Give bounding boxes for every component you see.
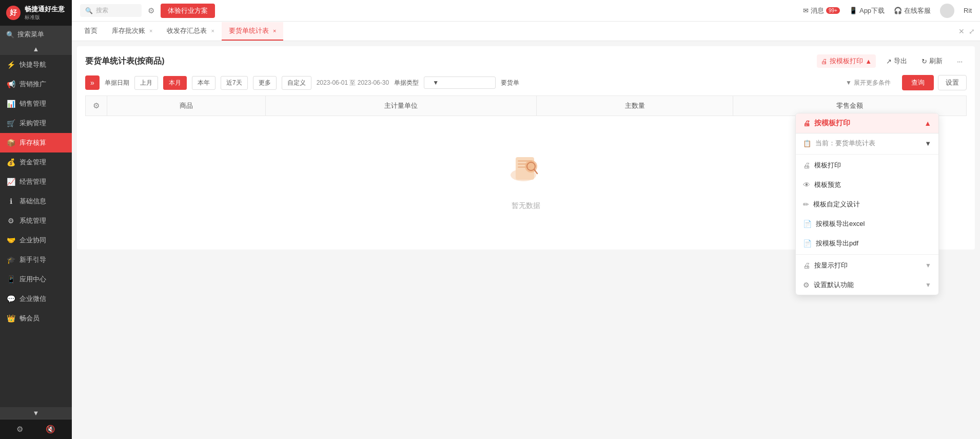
menu-template-print-label: 模板打印 <box>814 161 841 170</box>
menu-item-export-pdf[interactable]: 📄 按模板导出pdf <box>796 234 938 253</box>
sidebar-item-inventory[interactable]: 📦库存核算 <box>0 133 72 152</box>
more-button[interactable]: ··· <box>953 55 967 67</box>
table-gear-icon[interactable]: ⚙ <box>93 101 100 110</box>
sidebar-scroll-up[interactable]: ▲ <box>0 43 72 55</box>
sidebar-item-finance[interactable]: 💰资金管理 <box>0 152 72 172</box>
appstore-icon: 📱 <box>6 275 15 284</box>
tab-receipt-summary-label: 收发存汇总表 <box>167 26 207 35</box>
tab-receipt-summary-close[interactable]: × <box>211 28 214 34</box>
app-name: 畅捷通好生意 <box>25 5 65 14</box>
page-content: 要货单统计表(按商品) 🖨 按模板打印 ▲ ↗ 导出 ↻ 刷新 <box>72 41 980 439</box>
message-badge: 99+ <box>826 7 840 14</box>
tab-inventory-batch[interactable]: 库存批次账 × <box>105 22 160 41</box>
topbar-right: ✉ 消息 99+ 📱 App下载 🎧 在线客服 Rit <box>803 4 972 18</box>
print-template-button[interactable]: 🖨 按模板打印 ▲ <box>817 54 876 68</box>
date-btn-custom[interactable]: 自定义 <box>282 76 311 90</box>
expand-label: 展开更多条件 <box>854 79 891 87</box>
print-dropdown-header: 🖨 按模板打印 ▲ <box>796 113 938 133</box>
main-area: 🔍 搜索 ⚙ 体验行业方案 ✉ 消息 99+ 📱 App下载 🎧 在线客服 Ri… <box>72 0 980 439</box>
menu-item-template-print[interactable]: 🖨 模板打印 <box>796 156 938 175</box>
promo-button[interactable]: 体验行业方案 <box>161 4 215 18</box>
menu-export-excel-icon: 📄 <box>803 220 812 228</box>
expand-more-button[interactable]: ▼ 展开更多条件 <box>846 79 891 87</box>
page-title: 要货单统计表(按商品) <box>85 56 165 67</box>
tab-home[interactable]: 首页 <box>77 22 105 41</box>
date-btn-7days[interactable]: 近7天 <box>221 76 248 90</box>
sidebar-item-enterprise[interactable]: 🤝企业协同 <box>0 231 72 250</box>
sidebar-nav: ⚡快捷导航📢营销推广📊销售管理🛒采购管理📦库存核算💰资金管理📈经营管理ℹ基础信息… <box>0 55 72 407</box>
tab-order-stats-label: 要货单统计表 <box>229 26 269 35</box>
sales-icon: 📊 <box>6 99 15 108</box>
date-btn-this-month[interactable]: 本月 <box>163 76 187 90</box>
topbar-gear-icon[interactable]: ⚙ <box>148 6 154 15</box>
service-item[interactable]: 🎧 在线客服 <box>894 6 931 15</box>
print-label: 按模板打印 <box>830 56 863 66</box>
export-button[interactable]: ↗ 导出 <box>882 54 911 68</box>
menu-item-template-design[interactable]: ✏ 模板自定义设计 <box>796 195 938 214</box>
sidebar-logo: 好 畅捷通好生意 标准版 <box>0 0 72 26</box>
menu-display-print-label: 按显示打印 <box>814 261 848 270</box>
refresh-button[interactable]: ↻ 刷新 <box>917 54 947 68</box>
settings-icon[interactable]: ⚙ <box>16 425 23 434</box>
menu-template-design-label: 模板自定义设计 <box>813 200 860 209</box>
sidebar-item-wechat[interactable]: 💬企业微信 <box>0 289 72 309</box>
tab-inventory-batch-close[interactable]: × <box>149 28 152 34</box>
sidebar-item-marketing[interactable]: 📢营销推广 <box>0 74 72 94</box>
sidebar-item-system[interactable]: ⚙系统管理 <box>0 211 72 231</box>
avatar[interactable] <box>940 4 954 18</box>
sidebar-search[interactable]: 🔍 搜索菜单 <box>0 26 72 43</box>
print-dropdown: 🖨 按模板打印 ▲ 📋 当前：要货单统计表 ▼ 🖨 模板打印 <box>795 113 939 295</box>
query-button[interactable]: 查询 <box>902 75 934 90</box>
sidebar-item-purchase[interactable]: 🛒采购管理 <box>0 113 72 133</box>
menu-item-set-default[interactable]: ⚙ 设置默认功能 ▼ <box>796 275 938 295</box>
settings-button[interactable]: 设置 <box>938 75 967 90</box>
date-btn-this-year[interactable]: 本年 <box>192 76 215 90</box>
quick-nav-icon: ⚡ <box>6 60 15 69</box>
menu-set-default-label: 设置默认功能 <box>814 280 854 290</box>
sidebar-item-member[interactable]: 👑畅会员 <box>0 309 72 328</box>
current-label-left: 📋 当前：要货单统计表 <box>803 139 875 148</box>
app-download-item[interactable]: 📱 App下载 <box>849 6 885 15</box>
logo-icon: 好 <box>6 6 21 20</box>
tab-close-all-icon[interactable]: ✕ <box>958 27 965 35</box>
menu-item-template-preview[interactable]: 👁 模板预览 <box>796 175 938 195</box>
sidebar-item-appstore[interactable]: 📱应用中心 <box>0 270 72 289</box>
tabs-bar: 首页 库存批次账 × 收发存汇总表 × 要货单统计表 × ✕ ⤢ <box>72 22 980 41</box>
topbar: 🔍 搜索 ⚙ 体验行业方案 ✉ 消息 99+ 📱 App下载 🎧 在线客服 Ri… <box>72 0 980 22</box>
sidebar-item-basic[interactable]: ℹ基础信息 <box>0 192 72 211</box>
current-label-text: 当前：要货单统计表 <box>815 139 875 148</box>
menu-item-template-preview-left: 👁 模板预览 <box>803 180 841 189</box>
tab-order-stats-close[interactable]: × <box>273 28 276 34</box>
message-label: 消息 <box>811 6 824 15</box>
mute-icon[interactable]: 🔇 <box>46 425 55 434</box>
app-tag: 标准版 <box>25 14 65 21</box>
message-item[interactable]: ✉ 消息 99+ <box>803 6 840 15</box>
menu-item-export-excel[interactable]: 📄 按模板导出excel <box>796 214 938 234</box>
tab-expand-icon[interactable]: ⤢ <box>969 27 975 35</box>
sidebar-item-newbie[interactable]: 🎓新手引导 <box>0 250 72 270</box>
sidebar-item-label-system: 系统管理 <box>19 216 46 225</box>
filter-toggle-button[interactable]: » <box>85 75 100 90</box>
topbar-search[interactable]: 🔍 搜索 <box>80 4 142 17</box>
tab-inventory-batch-label: 库存批次账 <box>112 26 145 35</box>
print-dropdown-close[interactable]: ▲ <box>924 119 931 127</box>
date-range-display: 2023-06-01 至 2023-06-30 <box>317 79 389 87</box>
tab-receipt-summary[interactable]: 收发存汇总表 × <box>160 22 221 41</box>
menu-display-print-icon: 🖨 <box>803 261 810 270</box>
display-print-chevron: ▼ <box>925 262 931 269</box>
type-filter-select[interactable]: ▼ <box>424 77 496 89</box>
menu-item-display-print[interactable]: 🖨 按显示打印 ▼ <box>796 256 938 275</box>
sidebar-item-operation[interactable]: 📈经营管理 <box>0 172 72 192</box>
sidebar-item-quick-nav[interactable]: ⚡快捷导航 <box>0 55 72 74</box>
menu-item-display-print-left: 🖨 按显示打印 <box>803 261 848 270</box>
date-btn-more[interactable]: 更多 <box>253 76 277 90</box>
date-btn-last-month[interactable]: 上月 <box>134 76 158 90</box>
sidebar-scroll-down[interactable]: ▼ <box>0 407 72 419</box>
menu-export-pdf-icon: 📄 <box>803 239 812 247</box>
filter-bar: » 单据日期 上月 本月 本年 近7天 更多 自定义 2023-06-01 至 … <box>85 75 967 90</box>
sidebar-item-sales[interactable]: 📊销售管理 <box>0 94 72 113</box>
tab-order-stats[interactable]: 要货单统计表 × <box>222 22 283 41</box>
refresh-label: 刷新 <box>929 56 943 66</box>
user-name: Rit <box>964 7 972 14</box>
marketing-icon: 📢 <box>6 80 15 89</box>
